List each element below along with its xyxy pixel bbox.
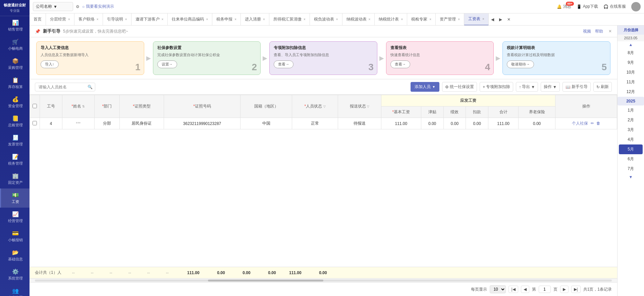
sidebar-item-ecommerce[interactable]: 🛒 小畅电商 [0, 35, 30, 54]
sidebar-item-assets[interactable]: 🏢 固定资产 [0, 169, 30, 188]
tab-close-icon[interactable]: × [482, 17, 484, 21]
tab-asset-mgmt[interactable]: 资产管理 × [436, 13, 464, 26]
next-page-btn[interactable]: ▶ [560, 286, 569, 293]
sidebar-item-invoice[interactable]: 🧾 发票管理 [0, 131, 30, 150]
sidebar-item-report[interactable]: 💳 小畅报销 [0, 227, 30, 246]
tab-tax-calc[interactable]: 所得税汇算清缴 × [269, 13, 310, 26]
tab-close-icon[interactable]: × [458, 17, 460, 21]
tab-salary[interactable]: 工资表 × [464, 13, 489, 26]
sidebar-item-salary[interactable]: 💵 工资 [0, 188, 30, 208]
sidebar-item-collab[interactable]: 👥 企业协同 [0, 284, 30, 296]
sidebar-item-basic[interactable]: 📂 基础信息 [0, 246, 30, 265]
tab-close-icon[interactable]: × [401, 17, 403, 21]
guide-video-btn[interactable]: 视频 [583, 29, 591, 34]
month-item-8[interactable]: 8月 [618, 48, 644, 58]
step-2-btn[interactable]: 设置→ [157, 60, 177, 68]
company-selector[interactable]: 公司名称 ▼ [33, 2, 73, 11]
tab-customer[interactable]: 客户联络 × [74, 13, 103, 26]
tab-next-btn[interactable]: ▶ [497, 13, 505, 26]
tab-tax-stat[interactable]: 纳税波动表 × [342, 13, 375, 26]
month-item-10[interactable]: 10月 [618, 68, 644, 77]
month-up-btn[interactable]: ▲ [618, 41, 644, 48]
first-page-btn[interactable]: |◀ [508, 286, 518, 293]
month-item-3[interactable]: 3月 [618, 125, 644, 135]
row-checkbox[interactable] [33, 121, 37, 125]
app-download-btn[interactable]: 📱 App下载 [577, 4, 598, 9]
operations-btn[interactable]: 操作 ▼ [541, 82, 560, 92]
tab-close-icon[interactable]: × [97, 17, 99, 21]
tab-clearance[interactable]: 进入清册 × [241, 13, 269, 26]
guide-close-btn[interactable]: ✕ [608, 29, 612, 34]
demo-button[interactable]: ○ 我要看实例演示 [82, 4, 114, 9]
sidebar-item-purchase[interactable]: 📦 采购管理 [0, 54, 30, 74]
tab-tax-sum[interactable]: 纳税统计表 × [375, 13, 407, 26]
tab-close-all-btn[interactable]: ✕ [505, 13, 513, 26]
sidebar-item-operations[interactable]: 📈 经营管理 [0, 208, 30, 227]
edit-link[interactable]: ✏ [591, 121, 594, 126]
select-all-checkbox[interactable] [33, 104, 37, 108]
horizontal-scrollbar[interactable] [30, 278, 617, 282]
month-item-6[interactable]: 6月 [618, 154, 644, 164]
step-3-btn[interactable]: 查看→ [274, 60, 293, 68]
refresh-btn[interactable]: ↻ 刷新 [593, 82, 612, 92]
unified-settings-btn[interactable]: ⚙ 统一社保设置 [442, 82, 477, 92]
tab-guide[interactable]: 引导说明 × [103, 13, 131, 26]
month-item-11[interactable]: 11月 [618, 77, 644, 87]
month-item-7[interactable]: 7月 [618, 164, 644, 174]
last-page-btn[interactable]: ▶| [571, 286, 581, 293]
tab-close-icon[interactable]: × [162, 17, 164, 21]
step-4-btn[interactable]: 查看→ [390, 60, 410, 68]
sidebar-item-ledger[interactable]: 📒 总账管理 [0, 112, 30, 131]
month-item-12[interactable]: 12月 [618, 87, 644, 97]
sidebar-item-tax[interactable]: 📝 税务管理 [0, 150, 30, 169]
step-1-btn[interactable]: 导入↑ [41, 60, 59, 68]
month-item-5[interactable]: 5月 [619, 144, 643, 154]
tab-close-icon[interactable]: × [369, 17, 371, 21]
tab-close-icon[interactable]: × [206, 17, 208, 21]
name-sort-icon[interactable]: ⇅ [82, 105, 85, 108]
month-item-4[interactable]: 4月 [618, 135, 644, 144]
report-filter-icon[interactable]: ▽ [367, 105, 369, 108]
search-icon[interactable]: 🔍 [88, 85, 93, 89]
tab-tax-report[interactable]: 税务申报 × [212, 13, 241, 26]
sidebar-item-system[interactable]: ⚙️ 系统管理 [0, 265, 30, 284]
step-5-btn[interactable]: 敬请期待→ [507, 60, 534, 68]
guide-help-btn[interactable]: 帮助 [595, 29, 603, 34]
user-avatar[interactable] [631, 2, 641, 11]
tab-close-icon[interactable]: × [304, 17, 306, 21]
tab-close-icon[interactable]: × [429, 17, 431, 21]
sidebar-item-sales[interactable]: 📊 销售管理 [0, 16, 30, 35]
add-person-button[interactable]: 添加人员 ▼ [411, 82, 439, 92]
tab-invite[interactable]: 邀请下游客户 × [131, 13, 168, 26]
tab-tax-wave[interactable]: 税负波动表 × [310, 13, 342, 26]
tab-home[interactable]: 首页 [30, 13, 46, 26]
tab-close-icon[interactable]: × [125, 17, 127, 21]
month-year-2025[interactable]: 2025 [618, 97, 644, 105]
page-input[interactable] [539, 286, 551, 293]
tab-close-icon[interactable]: × [263, 17, 265, 21]
page-size-select[interactable]: 10 20 50 [490, 285, 506, 293]
tab-prev-btn[interactable]: ◀ [489, 13, 497, 26]
guide-btn[interactable]: 📖 新手引导 [562, 82, 591, 92]
tab-division[interactable]: 分层经营 × [46, 13, 74, 26]
message-btn[interactable]: 🔔 消息 99+ [557, 4, 571, 9]
month-down-btn[interactable]: ▼ [618, 174, 644, 180]
tab-goods-code[interactable]: 往来单位商品编码 × [168, 13, 212, 26]
tab-tax-expert[interactable]: 税检专家 × [407, 13, 436, 26]
tab-close-icon[interactable]: × [68, 17, 70, 21]
month-item-1[interactable]: 1月 [618, 105, 644, 115]
tab-close-icon[interactable]: × [234, 17, 236, 21]
prev-page-btn[interactable]: ◀ [521, 286, 529, 293]
sidebar-item-finance[interactable]: 💰 资金管理 [0, 93, 30, 112]
online-service-btn[interactable]: 🎧 在线客服 [603, 4, 626, 9]
month-item-2[interactable]: 2月 [618, 115, 644, 125]
export-btn[interactable]: ↑ 导出 ▼ [516, 82, 538, 92]
tab-close-icon[interactable]: × [336, 17, 338, 21]
personal-insurance-link[interactable]: 个人社保 [572, 121, 588, 126]
delete-link[interactable]: 🗑 [596, 121, 600, 126]
special-deduct-btn[interactable]: + 专项附加扣除 [480, 82, 513, 92]
search-input[interactable] [35, 83, 95, 91]
status-filter-icon[interactable]: ▽ [323, 105, 326, 108]
month-item-9[interactable]: 9月 [618, 58, 644, 68]
settings-icon[interactable]: ⚙ [76, 4, 79, 9]
